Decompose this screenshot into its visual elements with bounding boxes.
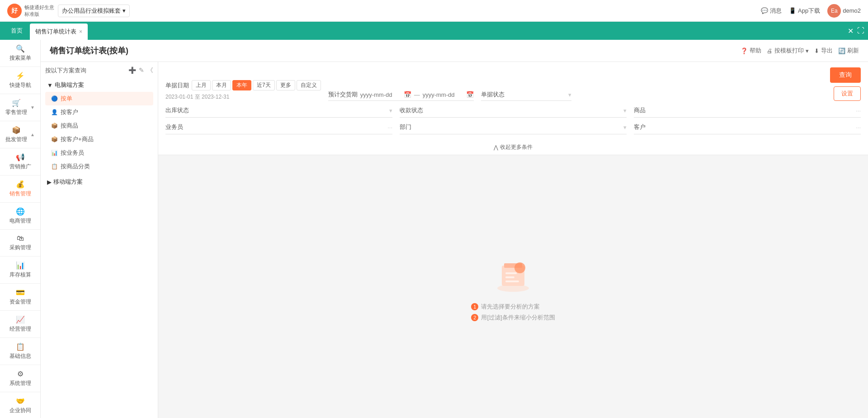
top-bar-left: 好 畅捷通好生意 标准版 办公用品行业模拟账套 ▾ (7, 4, 130, 18)
sidebar-item-sales[interactable]: 💰 销售管理 (0, 176, 40, 203)
user-menu[interactable]: Ea demo2 (827, 4, 861, 18)
operation-icon: 📈 (16, 315, 25, 324)
sidebar-item-basic[interactable]: 📋 基础信息 (0, 338, 40, 365)
status-label: 单据状态 (481, 90, 505, 99)
status-dropdown-icon: ▾ (568, 91, 571, 98)
query-button[interactable]: 查询 (830, 67, 861, 83)
mobile-schemes-group: ▶ 移动端方案 (45, 175, 153, 189)
refresh-button[interactable]: 🔄 刷新 (838, 47, 859, 55)
close-window-icon[interactable]: ✕ (848, 27, 854, 35)
sidebar-item-finance[interactable]: 💳 资金管理 (0, 284, 40, 311)
sidebar-item-inventory[interactable]: 📊 库存核算 (0, 256, 40, 284)
scheme-item-按客户+商品[interactable]: 📦 按客户+商品 (45, 133, 153, 146)
box-icon: 📦 (12, 126, 21, 134)
out-status-label: 出库状态 (165, 106, 189, 114)
scheme-按商品-icon: 📦 (51, 122, 58, 129)
scheme-actions: ➕ ✎ 《 (128, 66, 153, 75)
sidebar-item-shortcut[interactable]: ⚡ 快捷导航 (0, 67, 40, 94)
sidebar-item-operation[interactable]: 📈 经营管理 (0, 311, 40, 338)
inventory-icon: 📊 (16, 261, 25, 270)
scheme-panel-header: 按以下方案查询 ➕ ✎ 《 (45, 66, 153, 75)
sidebar-item-marketing[interactable]: 📢 营销推广 (0, 148, 40, 176)
date-filter: 单据日期 上月 本月 本年 近7天 更多 自定义 2023 (165, 80, 321, 101)
collapse-icon: ⋀ (494, 144, 498, 151)
pc-schemes-header[interactable]: ▼ 电脑端方案 (45, 78, 153, 92)
message-button[interactable]: 💬 消息 (761, 7, 782, 15)
expand-icon: ▼ (30, 105, 35, 110)
sidebar-item-wholesale[interactable]: 📦 批发管理 ▲ (0, 121, 40, 148)
scheme-item-按商品[interactable]: 📦 按商品 (45, 119, 153, 133)
logo-icon: 好 (7, 4, 22, 18)
two-col-layout: 按以下方案查询 ➕ ✎ 《 ▼ 电脑端方案 🔵 按单 (41, 62, 868, 418)
ecommerce-icon: 🌐 (16, 207, 25, 216)
cart-icon: 🛒 (12, 99, 21, 107)
help-button[interactable]: ❓ 帮助 (741, 47, 761, 55)
tab-close-button[interactable]: × (79, 28, 82, 35)
empty-state: 1 请先选择要分析的方案 2 用[过滤]条件来缩小分析范围 (158, 155, 868, 418)
expected-date-label: 预计交货期 (328, 90, 358, 99)
mobile-schemes-header[interactable]: ▶ 移动端方案 (45, 175, 153, 189)
add-scheme-button[interactable]: ➕ (128, 66, 136, 75)
scheme-item-按单[interactable]: 🔵 按单 (45, 92, 153, 105)
print-dropdown-icon: ▾ (806, 48, 809, 54)
sidebar-item-retail[interactable]: 🛒 零售管理 ▼ (0, 94, 40, 121)
dept-select[interactable]: ▾ (415, 124, 627, 131)
tab-home[interactable]: 首页 (4, 22, 30, 40)
calendar-icon-from[interactable]: 📅 (404, 91, 411, 98)
logo-area: 好 畅捷通好生意 标准版 (7, 4, 54, 18)
date-btn-more[interactable]: 更多 (276, 80, 295, 90)
out-status-arrow: ▾ (389, 107, 392, 114)
date-btn-custom[interactable]: 自定义 (297, 80, 321, 90)
top-bar-right: 💬 消息 📱 App下载 Ea demo2 (761, 4, 861, 18)
maximize-icon[interactable]: ⛶ (857, 27, 864, 35)
export-button[interactable]: ⬇ 导出 (814, 47, 833, 55)
scheme-item-按商品分类[interactable]: 📋 按商品分类 (45, 160, 153, 173)
header-actions: ❓ 帮助 🖨 按模板打印 ▾ ⬇ 导出 🔄 刷新 (741, 47, 859, 55)
filter-section: 单据日期 上月 本月 本年 近7天 更多 自定义 2023 (158, 62, 868, 140)
chevron-down-icon: ▾ (123, 7, 126, 14)
sidebar-item-purchase[interactable]: 🛍 采购管理 (0, 230, 40, 256)
dept-arrow: ▾ (623, 124, 627, 131)
calendar-icon-to[interactable]: 📅 (466, 91, 474, 98)
date-btn-this-year[interactable]: 本年 (232, 80, 251, 90)
expected-date-to-input[interactable] (423, 91, 463, 98)
scheme-按商品分类-icon: 📋 (51, 163, 58, 170)
lightning-icon: ⚡ (16, 71, 25, 80)
edit-scheme-button[interactable]: ✎ (139, 66, 144, 75)
print-button[interactable]: 🖨 按模板打印 ▾ (767, 47, 809, 55)
status-select[interactable]: ▾ (507, 91, 571, 98)
dept-label: 部门 (400, 123, 411, 131)
date-btn-this-month[interactable]: 本月 (212, 80, 231, 90)
gear-icon: ⚙ (17, 370, 24, 378)
scheme-item-按业务员[interactable]: 📊 按业务员 (45, 146, 153, 160)
svg-rect-6 (505, 280, 519, 282)
sidebar-item-enterprise[interactable]: 🤝 企业协同 (0, 392, 40, 418)
sidebar-item-system[interactable]: ⚙ 系统管理 (0, 365, 40, 392)
customer-label: 客户 (634, 123, 646, 131)
goods-ellipsis[interactable]: ··· (856, 107, 861, 114)
collapse-scheme-button[interactable]: 《 (147, 66, 153, 75)
account-selector[interactable]: 办公用品行业模拟账套 ▾ (58, 5, 130, 17)
tab-bar: 首页 销售订单统计表 × ✕ ⛶ (0, 22, 868, 40)
svg-rect-5 (505, 276, 514, 278)
collapse-bar[interactable]: ⋀ 收起更多条件 (158, 140, 868, 155)
finance-icon: 💳 (16, 288, 25, 297)
scheme-item-按客户[interactable]: 👤 按客户 (45, 105, 153, 119)
date-btn-last-month[interactable]: 上月 (192, 80, 211, 90)
app-download-button[interactable]: 📱 App下载 (789, 7, 820, 15)
date-btn-last7[interactable]: 近7天 (253, 80, 275, 90)
out-status-select[interactable]: ▾ (193, 107, 392, 114)
date-separator: — (414, 91, 420, 98)
settings-button[interactable]: 设置 (834, 86, 861, 101)
sidebar-item-search[interactable]: 🔍 搜索菜单 (0, 40, 40, 67)
sidebar-item-ecommerce[interactable]: 🌐 电商管理 (0, 203, 40, 230)
customer-field: 客户 ··· (634, 123, 861, 134)
svg-rect-4 (505, 272, 517, 274)
customer-ellipsis[interactable]: ··· (856, 124, 861, 131)
tab-active[interactable]: 销售订单统计表 × (30, 24, 88, 40)
tab-bar-right: ✕ ⛶ (848, 27, 864, 35)
expected-date-from-input[interactable] (360, 91, 401, 98)
content-area: 销售订单统计表(按单) ❓ 帮助 🖨 按模板打印 ▾ ⬇ 导出 🔄 刷新 (41, 40, 868, 418)
pay-status-select[interactable]: ▾ (427, 107, 627, 114)
business-ellipsis[interactable]: ··· (387, 124, 392, 131)
